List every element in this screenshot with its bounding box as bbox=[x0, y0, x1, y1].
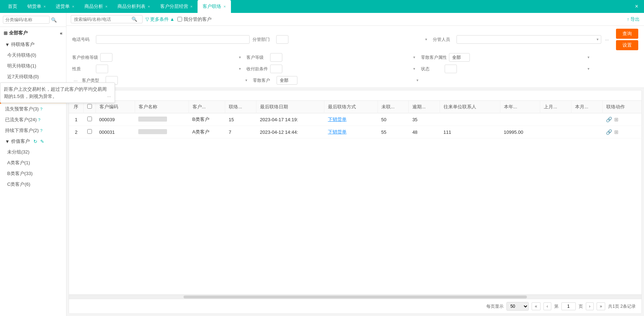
repurchase-tooltip: 距客户上次交易时长，超过了此客户的平均交易周期的1.5倍，则视为异常。 ··· bbox=[0, 82, 66, 103]
scrollbar-track[interactable] bbox=[184, 296, 527, 298]
cell-name bbox=[135, 126, 189, 138]
prev-page-button[interactable]: ‹ bbox=[543, 302, 551, 310]
status-select[interactable] bbox=[445, 65, 457, 73]
nav-customer-tier[interactable]: 客户分层经营 × bbox=[155, 0, 198, 13]
export-icon: ↑ bbox=[627, 16, 630, 22]
action-grid-icon[interactable]: ⊞ bbox=[614, 117, 618, 122]
branch-person-input[interactable] bbox=[457, 35, 601, 44]
filter-row-3: 性质 收付款条件 状态 bbox=[72, 65, 638, 73]
page-input[interactable] bbox=[561, 302, 576, 310]
retail-customer-select[interactable]: 全部 bbox=[277, 76, 297, 85]
last-contact-method-link[interactable]: 下销货单 bbox=[328, 117, 347, 122]
col-header-contact-count: 联络... bbox=[225, 101, 256, 113]
retail-attr-select[interactable]: 全部 bbox=[449, 53, 470, 62]
grid-icon: ⊞ bbox=[4, 30, 8, 36]
pending-contact-group[interactable]: ▼ 待联络客户 bbox=[0, 39, 66, 50]
cell-last-month bbox=[540, 113, 571, 126]
col-header-last-contact-method: 最后联络方式 bbox=[324, 101, 377, 113]
cell-action: 🔗 ⊞ bbox=[602, 126, 641, 138]
nav-home[interactable]: 首页 bbox=[3, 0, 22, 13]
nav-purchase-order[interactable]: 进货单 × bbox=[51, 0, 79, 13]
pagination: 每页显示 50 « ‹ 第 页 › » 共1页 2条记录 bbox=[69, 299, 641, 313]
nav-customer-contact-close[interactable]: × bbox=[223, 4, 226, 9]
price-level-select[interactable] bbox=[100, 53, 112, 62]
search-icon[interactable]: 🔍 bbox=[131, 16, 137, 22]
sidebar-item-7days[interactable]: 近7天待联络(0) bbox=[0, 71, 66, 82]
action-link-icon[interactable]: 🔗 bbox=[606, 129, 612, 135]
sidebar-search-icon[interactable]: 🔍 bbox=[51, 17, 57, 23]
edit-icon[interactable]: ✎ bbox=[40, 139, 44, 144]
query-button[interactable]: 查询 bbox=[616, 29, 638, 39]
row-checkbox[interactable] bbox=[87, 117, 92, 121]
more-conditions-button[interactable]: ▽ 更多条件 ▲ bbox=[145, 16, 175, 23]
table-area: ⚙ 序 客户编码 客户名称 客户... 联络... bbox=[69, 90, 642, 314]
nav-customer-contact[interactable]: 客户联络 × bbox=[198, 0, 231, 13]
sidebar-item-ungroup[interactable]: 未分组(32) bbox=[0, 147, 66, 157]
row-checkbox[interactable] bbox=[87, 129, 92, 134]
sidebar-item-today[interactable]: 今天待联络(0) bbox=[0, 50, 66, 61]
sidebar-item-c-class[interactable]: C类客户(6) bbox=[0, 179, 66, 190]
sidebar-collapse-icon[interactable]: « bbox=[60, 30, 62, 36]
triangle-icon: ▼ bbox=[5, 42, 10, 47]
col-header-type: 客户... bbox=[189, 101, 225, 113]
cell-last-contact-method[interactable]: 下销货单 bbox=[324, 113, 377, 126]
cell-last-contact-method[interactable]: 下销货单 bbox=[324, 126, 377, 138]
all-customers-header[interactable]: ⊞ 全部客户 « bbox=[0, 27, 66, 39]
lost-predicted-info-icon[interactable]: ? bbox=[40, 107, 42, 111]
window-close-button[interactable]: × bbox=[632, 3, 641, 10]
filter-item-payment: 收付款条件 bbox=[246, 65, 418, 73]
filter-row-1: 电话号码 分管部门 分管人员 ··· bbox=[72, 29, 638, 50]
first-page-button[interactable]: « bbox=[532, 302, 541, 310]
refresh-icon[interactable]: ↻ bbox=[33, 139, 37, 144]
settings-button[interactable]: 设置 bbox=[616, 40, 638, 50]
cell-type: B类客户 bbox=[189, 113, 225, 126]
nav-customer-tier-close[interactable]: × bbox=[190, 4, 193, 9]
customer-level-select[interactable] bbox=[270, 53, 282, 62]
table-toolbar: ⚙ bbox=[69, 90, 641, 101]
cell-code: 000031 bbox=[96, 126, 135, 138]
table-row: 1 000039 B类客户 15 2023-04-17 14:19: 下销货单 … bbox=[69, 113, 641, 126]
my-customer-checkbox[interactable] bbox=[177, 17, 182, 22]
already-lost-info-icon[interactable]: ? bbox=[38, 118, 40, 122]
filter-row-2: 客户价格等级 客户等级 零散客户属性 bbox=[72, 53, 638, 62]
value-customer-group[interactable]: ▼ 价值客户 ↻ ✎ bbox=[0, 136, 66, 147]
sidebar-item-lost-predicted[interactable]: 流失预警客户(3) ? bbox=[0, 104, 66, 114]
nav-sales-order[interactable]: 销货单 × bbox=[22, 0, 51, 13]
nav-product-analysis[interactable]: 商品分析 × bbox=[79, 0, 112, 13]
next-page-button[interactable]: › bbox=[586, 302, 594, 310]
nav-purchase-order-close[interactable]: × bbox=[72, 4, 74, 9]
last-contact-method-link[interactable]: 下销货单 bbox=[328, 129, 347, 135]
nav-product-analysis-list-close[interactable]: × bbox=[148, 4, 150, 9]
last-page-button[interactable]: » bbox=[597, 302, 606, 310]
sidebar-search-input[interactable] bbox=[3, 16, 50, 24]
action-link-icon[interactable]: 🔗 bbox=[606, 117, 612, 122]
branch-person-more-button[interactable]: ··· bbox=[603, 37, 610, 42]
table-wrap[interactable]: 序 客户编码 客户名称 客户... 联络... 最后联络日期 最后联络方式 未联… bbox=[69, 101, 641, 294]
sidebar-item-tomorrow[interactable]: 明天待联络(1) bbox=[0, 61, 66, 71]
per-page-select[interactable]: 50 bbox=[506, 302, 529, 311]
sidebar-item-a-class[interactable]: A类客户(1) bbox=[0, 157, 66, 168]
phone-input[interactable] bbox=[96, 35, 250, 44]
action-grid-icon[interactable]: ⊞ bbox=[614, 129, 618, 135]
cell-overdue: 35 bbox=[409, 113, 440, 126]
nav-product-analysis-close[interactable]: × bbox=[105, 4, 107, 9]
table-header-row: 序 客户编码 客户名称 客户... 联络... 最后联络日期 最后联络方式 未联… bbox=[69, 101, 641, 113]
branch-dept-select[interactable] bbox=[276, 35, 288, 44]
horizontal-scrollbar[interactable] bbox=[69, 294, 641, 299]
continuous-down-info-icon[interactable]: ? bbox=[40, 128, 42, 133]
select-all-checkbox[interactable] bbox=[87, 104, 92, 109]
col-header-overdue: 逾期... bbox=[409, 101, 440, 113]
sidebar-item-continuous-down[interactable]: 持续下滑客户(2) ? bbox=[0, 125, 66, 136]
sidebar-item-already-lost[interactable]: 已流失客户(24) ? bbox=[0, 114, 66, 125]
search-input[interactable] bbox=[74, 17, 131, 22]
filter-item-price-level: 客户价格等级 bbox=[72, 53, 244, 62]
export-button[interactable]: ↑ 导出 bbox=[627, 16, 640, 23]
sidebar-item-b-class[interactable]: B类客户(33) bbox=[0, 168, 66, 179]
gender-select[interactable] bbox=[96, 65, 108, 73]
cell-check bbox=[83, 113, 96, 126]
nav-product-analysis-list[interactable]: 商品分析列表 × bbox=[112, 0, 155, 13]
payment-select[interactable] bbox=[270, 65, 282, 73]
advanced-filter: 电话号码 分管部门 分管人员 ··· bbox=[66, 26, 644, 88]
cell-last-month bbox=[540, 126, 571, 138]
nav-sales-order-close[interactable]: × bbox=[43, 4, 46, 9]
